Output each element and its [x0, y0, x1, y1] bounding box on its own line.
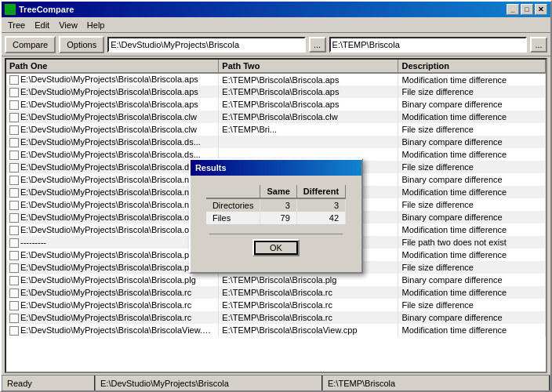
modal-table-row: Directories 3 3 [206, 198, 346, 212]
status-ready: Ready [2, 376, 96, 390]
window-controls: _ □ ✕ [507, 4, 547, 15]
menu-help[interactable]: Help [82, 19, 110, 31]
dialog-footer: OK [206, 236, 346, 263]
results-table: Same Different Directories 3 3 Files 79 … [206, 185, 346, 224]
modal-row-label: Files [206, 212, 260, 224]
results-dialog: Results Same Different Directories 3 [189, 158, 363, 274]
window-title: TreeCompare [19, 5, 507, 14]
toolbar: Compare Options ... ... [2, 33, 550, 56]
compare-button[interactable]: Compare [5, 36, 56, 53]
close-button[interactable]: ✕ [535, 4, 547, 15]
main-window: 🌲 TreeCompare _ □ ✕ Tree Edit View Help … [0, 0, 552, 392]
options-button[interactable]: Options [59, 36, 104, 53]
path1-input[interactable] [107, 37, 305, 53]
results-header-same: Same [260, 185, 296, 198]
results-header-different: Different [296, 185, 345, 198]
modal-row-different: 3 [296, 198, 345, 212]
menu-tree[interactable]: Tree [3, 19, 30, 31]
minimize-button[interactable]: _ [507, 4, 519, 15]
browse1-button[interactable]: ... [309, 37, 326, 53]
modal-row-same: 79 [260, 212, 296, 224]
status-path1: E:\DevStudio\MyProjects\Briscola [96, 376, 323, 390]
content-area: Path One Path Two Description E:\DevStud… [2, 56, 550, 375]
menu-bar: Tree Edit View Help [2, 17, 550, 33]
browse2-button[interactable]: ... [530, 37, 547, 53]
modal-table-row: Files 79 42 [206, 212, 346, 224]
path2-input[interactable] [329, 37, 527, 53]
maximize-button[interactable]: □ [521, 4, 533, 15]
modal-row-same: 3 [260, 198, 296, 212]
menu-view[interactable]: View [54, 19, 82, 31]
status-path2: E:\TEMP\Briscola [323, 376, 550, 390]
dialog-body: Same Different Directories 3 3 Files 79 … [191, 176, 361, 272]
results-header-label [206, 185, 260, 198]
modal-overlay: Results Same Different Directories 3 [2, 56, 550, 375]
title-bar: 🌲 TreeCompare _ □ ✕ [2, 2, 550, 17]
dialog-separator [209, 234, 343, 234]
ok-button[interactable]: OK [252, 239, 300, 256]
modal-row-different: 42 [296, 212, 345, 224]
modal-row-label: Directories [206, 198, 260, 212]
status-bar: Ready E:\DevStudio\MyProjects\Briscola E… [2, 375, 550, 390]
app-icon: 🌲 [5, 4, 16, 15]
dialog-title: Results [191, 160, 361, 176]
menu-edit[interactable]: Edit [30, 19, 54, 31]
